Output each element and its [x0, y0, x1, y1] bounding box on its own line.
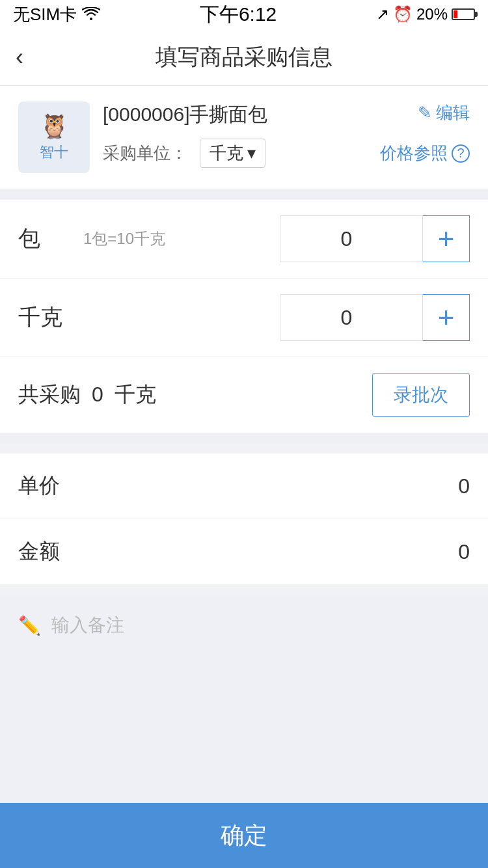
qty-row-kg: 千克 +	[0, 278, 488, 357]
notes-placeholder: 输入备注	[51, 613, 124, 638]
edit-button[interactable]: ✎ 编辑	[418, 102, 470, 124]
pencil-icon: ✏️	[18, 615, 41, 636]
edit-icon: ✎	[418, 103, 432, 123]
section-divider-1	[0, 189, 488, 200]
alarm-icon: ⏰	[393, 5, 413, 23]
product-card: 🦉 智十 [0000006]手撕面包 ✎ 编辑 采购单位： 千克 ▾ 价格参照 …	[0, 86, 488, 189]
qty-sublabel-bao: 1包=10千克	[83, 228, 165, 249]
batch-button[interactable]: 录批次	[372, 373, 470, 417]
total-value: 0	[92, 383, 103, 406]
section-divider-2	[0, 433, 488, 443]
wifi-icon	[82, 5, 100, 25]
battery-percent: 20%	[416, 5, 448, 23]
amount-label: 金额	[18, 537, 60, 566]
page-title: 填写商品采购信息	[156, 42, 332, 72]
status-time: 下午6:12	[200, 1, 277, 28]
qty-input-kg[interactable]	[280, 294, 423, 341]
back-button[interactable]: ‹	[16, 44, 23, 71]
unit-label: 采购单位：	[103, 143, 187, 163]
product-name: [0000006]手撕面包	[103, 102, 267, 128]
qty-label-kg: 千克	[18, 303, 70, 332]
status-right: ↗ ⏰ 20%	[376, 5, 475, 23]
price-label: 单价	[18, 472, 60, 500]
carrier-label: 无SIM卡	[13, 3, 77, 26]
unit-value: 千克	[210, 142, 243, 165]
total-unit: 千克	[115, 383, 156, 406]
qty-input-group-kg: +	[280, 294, 470, 341]
notes-section[interactable]: ✏️ 输入备注	[0, 595, 488, 656]
product-info: [0000006]手撕面包 ✎ 编辑 采购单位： 千克 ▾ 价格参照 ?	[103, 102, 470, 168]
amount-value: 0	[458, 540, 470, 564]
product-logo-text: 智十	[40, 142, 68, 162]
total-label: 共采购	[18, 383, 81, 406]
battery-icon	[452, 8, 475, 20]
edit-label: 编辑	[436, 102, 470, 124]
amount-row: 金额 0	[0, 519, 488, 584]
product-unit-row: 采购单位： 千克 ▾ 价格参照 ?	[103, 139, 470, 168]
qty-input-group-bao: +	[280, 215, 470, 262]
status-bar: 无SIM卡 下午6:12 ↗ ⏰ 20%	[0, 0, 488, 29]
total-row: 共采购 0 千克 录批次	[0, 357, 488, 433]
total-text: 共采购 0 千克	[18, 381, 156, 409]
location-icon: ↗	[376, 5, 389, 23]
qty-label-bao: 包	[18, 224, 70, 254]
quantity-section: 包 1包=10千克 + 千克 +	[0, 200, 488, 357]
product-header: [0000006]手撕面包 ✎ 编辑	[103, 102, 470, 128]
qty-plus-bao[interactable]: +	[423, 215, 470, 262]
qty-input-bao[interactable]	[280, 215, 423, 262]
price-row: 单价 0	[0, 454, 488, 519]
qty-plus-kg[interactable]: +	[423, 294, 470, 341]
nav-bar: ‹ 填写商品采购信息	[0, 29, 488, 86]
qty-row-bao: 包 1包=10千克 +	[0, 200, 488, 278]
product-logo-icon: 🦉	[40, 113, 69, 140]
confirm-button[interactable]: 确定	[0, 803, 488, 868]
status-left: 无SIM卡	[13, 3, 100, 26]
price-amount-section: 单价 0 金额 0	[0, 454, 488, 584]
help-icon: ?	[452, 144, 470, 163]
price-value: 0	[458, 474, 470, 498]
chevron-down-icon: ▾	[247, 143, 256, 163]
unit-selector[interactable]: 采购单位： 千克 ▾	[103, 139, 265, 168]
price-ref-button[interactable]: 价格参照 ?	[380, 142, 470, 165]
price-ref-label: 价格参照	[380, 142, 448, 165]
unit-dropdown[interactable]: 千克 ▾	[200, 139, 265, 168]
product-image: 🦉 智十	[18, 102, 90, 173]
